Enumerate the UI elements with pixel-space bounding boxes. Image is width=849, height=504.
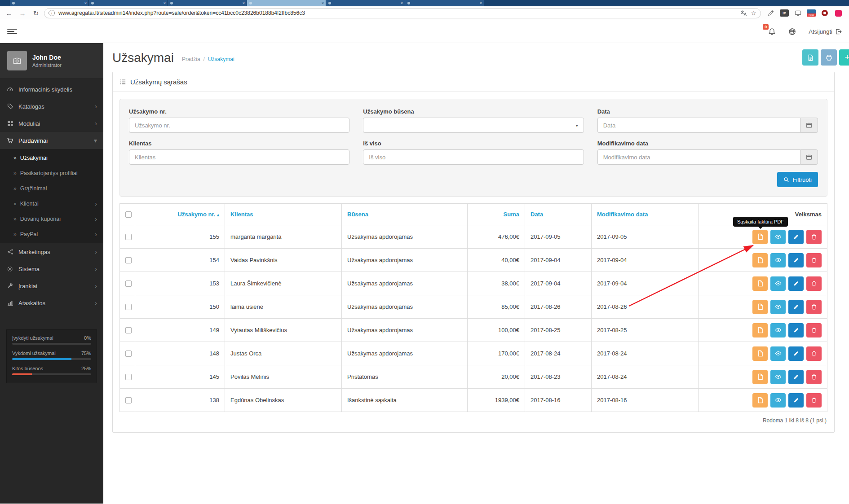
back-icon[interactable]: ← <box>4 10 14 17</box>
sort-modified[interactable]: Modifikavimo data <box>597 211 648 218</box>
row-checkbox[interactable] <box>125 374 132 380</box>
delete-button[interactable] <box>806 276 822 291</box>
delete-button[interactable] <box>806 370 822 384</box>
sidebar-item-tools[interactable]: Įrankiai › <box>0 277 103 294</box>
sidebar-item-orders[interactable]: » Užsakymai <box>0 150 103 166</box>
edit-button[interactable] <box>788 230 804 244</box>
shipping-list-print-button[interactable] <box>821 49 837 66</box>
edit-button[interactable] <box>788 276 804 291</box>
invoice-pdf-button[interactable] <box>752 323 768 337</box>
calendar-button[interactable] <box>800 118 818 133</box>
sort-status[interactable]: Būsena <box>347 211 368 218</box>
tab-close-icon[interactable]: × <box>84 0 87 6</box>
row-checkbox[interactable] <box>125 397 132 403</box>
browser-tab[interactable]: × <box>168 0 247 6</box>
edit-button[interactable] <box>788 300 804 314</box>
edit-button[interactable] <box>788 393 804 408</box>
delete-button[interactable] <box>806 323 822 337</box>
select-all-checkbox[interactable] <box>125 211 132 218</box>
sidebar-item-sales[interactable]: Pardavimai ▾ <box>0 132 103 149</box>
pink-extension-icon[interactable] <box>834 9 843 17</box>
breadcrumb-home[interactable]: Pradžia <box>182 56 200 62</box>
menu-toggle-icon[interactable] <box>7 29 17 34</box>
tab-close-icon[interactable]: × <box>164 0 166 6</box>
sort-customer[interactable]: Klientas <box>230 211 253 218</box>
sort-order-nr[interactable]: Užsakymo nr. ▴ <box>178 211 219 218</box>
row-checkbox[interactable] <box>125 257 132 263</box>
tab-close-icon[interactable]: × <box>480 0 482 6</box>
tab-close-icon[interactable]: × <box>322 0 324 6</box>
filter-modified-input[interactable] <box>597 149 800 165</box>
ip-extension-icon[interactable]: IP <box>780 9 789 17</box>
delete-button[interactable] <box>806 253 822 267</box>
row-checkbox[interactable] <box>125 304 132 310</box>
invoice-pdf-button[interactable] <box>752 230 768 244</box>
reload-icon[interactable]: ↻ <box>31 10 41 17</box>
edit-button[interactable] <box>788 253 804 267</box>
row-checkbox[interactable] <box>125 327 132 333</box>
logout-button[interactable]: Atsijungti <box>809 28 842 35</box>
url-bar[interactable]: i www.agregatai.lt/siteadmin14/index.php… <box>44 8 761 18</box>
bookmark-star-icon[interactable]: ☆ <box>751 10 756 16</box>
filter-total-input[interactable] <box>363 149 584 165</box>
browser-tab[interactable]: × <box>10 0 89 6</box>
language-button[interactable] <box>788 28 796 35</box>
invoice-pdf-button[interactable] <box>752 276 768 291</box>
delete-button[interactable] <box>806 300 822 314</box>
sidebar-item-reports[interactable]: Ataskaitos › <box>0 294 103 311</box>
sidebar-item-returns[interactable]: » Grąžinimai <box>0 181 103 196</box>
filter-status-select[interactable]: ▾ <box>363 118 584 133</box>
sort-total[interactable]: Suma <box>504 211 519 218</box>
filter-order-nr-input[interactable] <box>129 118 349 133</box>
view-button[interactable] <box>770 253 786 267</box>
sidebar-item-dashboard[interactable]: Informacinis skydelis <box>0 81 103 98</box>
delete-button[interactable] <box>806 230 822 244</box>
sidebar-item-gift-vouchers[interactable]: » Dovanų kuponai › <box>0 211 103 227</box>
delete-button[interactable] <box>806 393 822 408</box>
new-tv-extension-icon[interactable]: New <box>807 9 816 17</box>
view-button[interactable] <box>770 370 786 384</box>
view-button[interactable] <box>770 276 786 291</box>
translate-icon[interactable] <box>740 10 747 17</box>
red-ring-extension-icon[interactable] <box>820 9 829 17</box>
view-button[interactable] <box>770 230 786 244</box>
sidebar-item-paypal[interactable]: » PayPal › <box>0 227 103 242</box>
view-button[interactable] <box>770 323 786 337</box>
sidebar-item-catalog[interactable]: Katalogas › <box>0 98 103 115</box>
filter-customer-input[interactable] <box>129 149 349 165</box>
site-info-icon[interactable]: i <box>49 10 55 16</box>
filter-button[interactable]: Filtruoti <box>777 172 818 187</box>
invoice-pdf-button[interactable] <box>752 346 768 361</box>
view-button[interactable] <box>770 393 786 408</box>
row-checkbox[interactable] <box>125 280 132 287</box>
monitor-extension-icon[interactable] <box>793 9 802 17</box>
invoice-print-button[interactable] <box>802 49 818 66</box>
browser-tab[interactable]: × <box>326 0 405 6</box>
row-checkbox[interactable] <box>125 351 132 357</box>
edit-button[interactable] <box>788 346 804 361</box>
sidebar-item-marketing[interactable]: Marketingas › <box>0 243 103 260</box>
invoice-pdf-button[interactable] <box>752 253 768 267</box>
notifications-button[interactable]: 0 <box>768 28 776 35</box>
edit-button[interactable] <box>788 323 804 337</box>
invoice-pdf-button[interactable] <box>752 370 768 384</box>
invoice-pdf-button[interactable] <box>752 300 768 314</box>
delete-button[interactable] <box>806 346 822 361</box>
view-button[interactable] <box>770 346 786 361</box>
tab-close-icon[interactable]: × <box>243 0 245 6</box>
view-button[interactable] <box>770 300 786 314</box>
sort-date[interactable]: Data <box>531 211 543 218</box>
edit-button[interactable] <box>788 370 804 384</box>
invoice-pdf-button[interactable] <box>752 393 768 408</box>
browser-tab[interactable]: × <box>405 0 484 6</box>
forward-icon[interactable]: → <box>17 10 28 17</box>
filter-date-input[interactable] <box>597 118 800 133</box>
eyedropper-extension-icon[interactable] <box>766 9 775 17</box>
add-order-button[interactable]: + <box>839 49 849 66</box>
browser-tab-active[interactable]: × <box>247 0 326 6</box>
breadcrumb-current[interactable]: Užsakymai <box>208 56 234 62</box>
tab-close-icon[interactable]: × <box>401 0 403 6</box>
sidebar-item-customers[interactable]: » Klientai › <box>0 196 103 211</box>
sidebar-item-recurring-profiles[interactable]: » Pasikartojantys profiliai <box>0 166 103 181</box>
calendar-button[interactable] <box>800 149 818 165</box>
